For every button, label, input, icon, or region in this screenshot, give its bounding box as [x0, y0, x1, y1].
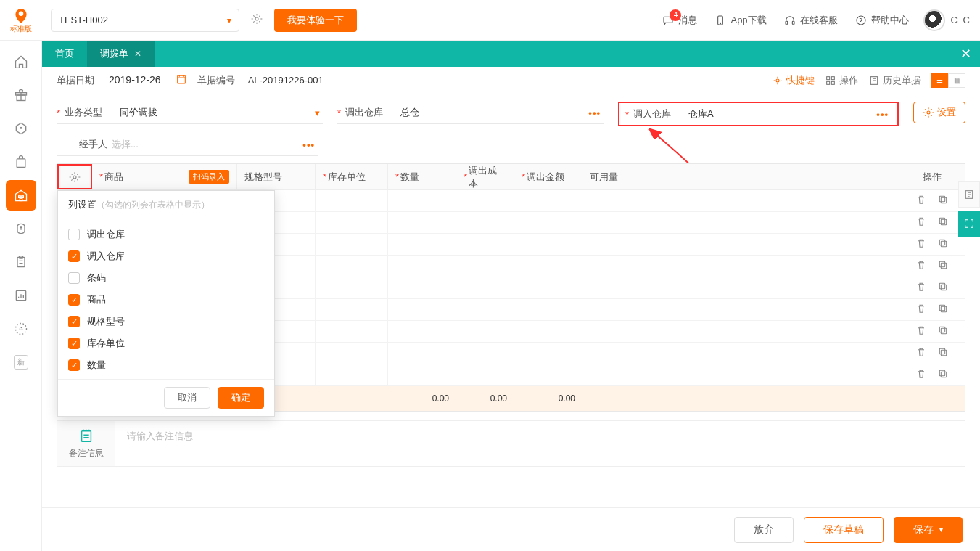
svg-point-7 [857, 16, 865, 25]
rail-new[interactable]: 新 [6, 347, 36, 377]
colpop-title: 列设置（勾选的列会在表格中显示） [58, 191, 274, 219]
online-service-label: 在线客服 [800, 14, 838, 27]
history-link[interactable]: 历史单据 [868, 74, 921, 87]
scan-entry-button[interactable]: 扫码录入 [189, 170, 229, 184]
save-draft-button[interactable]: 保存草稿 [804, 517, 884, 543]
copy-icon[interactable] [937, 303, 949, 317]
colpop-item[interactable]: ✓数量 [58, 354, 274, 376]
delete-icon[interactable] [915, 194, 927, 208]
online-service-link[interactable]: 在线客服 [784, 14, 838, 27]
copy-icon[interactable] [937, 368, 949, 382]
svg-rect-38 [939, 283, 944, 288]
svg-rect-45 [941, 372, 946, 377]
field-biz-type[interactable]: *业务类型 同价调拨 ▾ [57, 102, 323, 124]
svg-point-1 [255, 17, 258, 20]
checkbox[interactable]: ✓ [68, 294, 80, 306]
colpop-item[interactable]: 调出仓库 [58, 224, 274, 245]
column-settings-button[interactable] [57, 164, 92, 189]
more-icon[interactable]: ••• [585, 107, 604, 118]
svg-rect-47 [81, 430, 91, 441]
svg-rect-30 [939, 196, 944, 201]
colpop-item[interactable]: ✓调入仓库 [58, 245, 274, 267]
delete-icon[interactable] [915, 346, 927, 360]
save-button[interactable]: 保存▾ [894, 517, 963, 543]
view-grid[interactable]: ▦ [948, 73, 965, 88]
calendar-icon[interactable] [176, 73, 187, 87]
copy-icon[interactable] [937, 281, 949, 295]
date-value[interactable]: 2019-12-26 [104, 73, 165, 88]
rail-bag[interactable] [6, 147, 36, 177]
copy-icon[interactable] [937, 237, 949, 251]
close-icon[interactable]: ✕ [134, 49, 141, 59]
settings-button[interactable]: 设置 [913, 102, 965, 123]
field-out-warehouse[interactable]: *调出仓库 总仓 ••• [337, 102, 604, 124]
delete-icon[interactable] [915, 259, 927, 273]
delete-icon[interactable] [915, 281, 927, 295]
delete-icon[interactable] [915, 237, 927, 251]
svg-point-28 [73, 176, 76, 179]
copy-icon[interactable] [937, 259, 949, 273]
trial-button[interactable]: 我要体验一下 [274, 9, 357, 32]
fullscreen-toggle[interactable] [958, 211, 980, 237]
rail-gift[interactable] [6, 80, 36, 110]
checkbox[interactable] [68, 272, 80, 284]
colpop-item[interactable]: 条码 [58, 267, 274, 289]
avatar[interactable] [923, 9, 945, 31]
tabs-close-all[interactable]: ✕ [951, 41, 980, 67]
colpop-item[interactable]: ✓库存单位 [58, 332, 274, 354]
checkbox[interactable]: ✓ [68, 359, 80, 371]
checkbox[interactable]: ✓ [68, 338, 80, 349]
more-icon[interactable]: ••• [873, 109, 892, 120]
rail-network[interactable] [6, 314, 36, 344]
chevron-down-icon[interactable]: ▾ [312, 107, 323, 118]
settings-icon[interactable] [251, 13, 263, 27]
colpop-item[interactable]: ✓规格型号 [58, 311, 274, 332]
operate-link[interactable]: 操作 [825, 74, 858, 87]
rail-report[interactable] [6, 280, 36, 311]
view-list[interactable]: ☰ [931, 73, 948, 88]
more-icon[interactable]: ••• [300, 139, 318, 150]
org-selector[interactable]: TEST-H002 ▾ [51, 9, 239, 32]
checkbox[interactable] [68, 229, 80, 240]
svg-rect-39 [941, 306, 946, 311]
rail-clipboard[interactable] [6, 247, 36, 277]
side-panel-toggle[interactable] [958, 181, 980, 208]
field-handler[interactable]: 经手人 选择... ••• [57, 134, 318, 156]
remark-input[interactable]: 请输入备注信息 [115, 421, 965, 466]
colpop-cancel[interactable]: 取消 [164, 387, 210, 409]
checkbox[interactable]: ✓ [68, 316, 80, 327]
colpop-item-label: 库存单位 [87, 337, 125, 350]
form-row-1: *业务类型 同价调拨 ▾ *调出仓库 总仓 ••• *调入仓库 仓库A ••• … [42, 94, 980, 126]
tab-home[interactable]: 首页 [42, 41, 87, 67]
rail-warehouse[interactable] [6, 180, 36, 211]
shortcut-link[interactable]: 快捷键 [772, 74, 815, 87]
rail-money[interactable] [6, 213, 36, 244]
copy-icon[interactable] [937, 194, 949, 208]
delete-icon[interactable] [915, 216, 927, 229]
help-center-link[interactable]: 帮助中心 [855, 14, 909, 27]
svg-rect-32 [939, 218, 944, 223]
copy-icon[interactable] [937, 325, 949, 338]
checkbox[interactable]: ✓ [68, 250, 80, 262]
copy-icon[interactable] [937, 216, 949, 229]
colpop-list[interactable]: 调出仓库✓调入仓库条码✓商品✓规格型号✓库存单位✓数量单位2 [58, 219, 274, 379]
org-selector-value: TEST-H002 [59, 15, 108, 25]
tab-transfer-order[interactable]: 调拨单 ✕ [87, 41, 155, 67]
messages-link[interactable]: 消息 4 [662, 14, 697, 27]
field-in-warehouse[interactable]: *调入仓库 仓库A ••• [618, 102, 899, 126]
app-download-link[interactable]: App下载 [715, 14, 766, 27]
rail-tag[interactable] [6, 113, 36, 144]
content: 单据日期 2019-12-26 单据编号 AL-20191226-001 快捷键… [42, 67, 980, 551]
col-product: *商品 扫码录入 [92, 164, 237, 189]
rail-home[interactable] [6, 46, 36, 77]
messages-label: 消息 [678, 14, 697, 27]
colpop-ok[interactable]: 确定 [218, 387, 264, 409]
delete-icon[interactable] [915, 368, 927, 382]
discard-button[interactable]: 放弃 [734, 517, 794, 543]
colpop-item[interactable]: ✓商品 [58, 289, 274, 311]
svg-rect-43 [941, 350, 946, 355]
delete-icon[interactable] [915, 325, 927, 338]
delete-icon[interactable] [915, 303, 927, 317]
copy-icon[interactable] [937, 346, 949, 360]
table-header: *商品 扫码录入 规格型号 *库存单位 *数量 *调出成本 *调出金额 可用量 … [57, 164, 965, 190]
